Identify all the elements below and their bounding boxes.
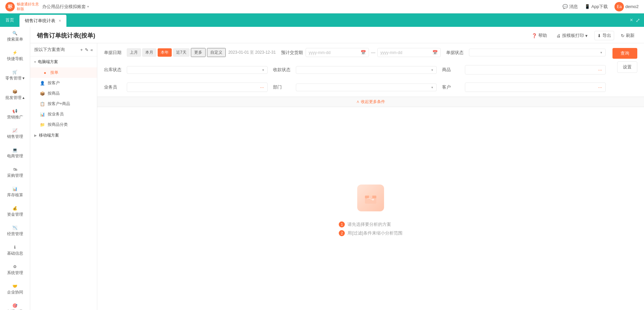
quick-nav-icon: ⚡ [12, 50, 17, 55]
filter-row-wrapper: 单据日期 上月 本月 本年 近7天 更多 自定义 [104, 48, 637, 92]
sub-sidebar-header: 按以下方案查询 + ✎ « [30, 43, 97, 56]
system-icon: ⚙ [13, 264, 17, 269]
sidebar-item-retail[interactable]: 🛒 零售管理 ▾ [0, 66, 30, 85]
customer-label: 客户 [442, 84, 462, 90]
cust-goods-icon: 📋 [40, 101, 45, 107]
date-btn-7days[interactable]: 近7天 [173, 48, 190, 57]
filter-expected-date: 预计交货期 yyyy-mm-dd 📅 — yyyy-mm-dd [281, 48, 441, 57]
refresh-button[interactable]: ↻ 刷新 [618, 31, 637, 40]
app-download-button[interactable]: 📱 App下载 [585, 4, 608, 10]
logo-area: 标 畅捷通好生意 标版 [5, 2, 39, 11]
goods-label: 商品 [442, 67, 462, 73]
sub-section-desktop-header[interactable]: ▾ 电脑端方案 [30, 56, 97, 67]
empty-state: 1 请先选择要分析的方案 2 用[过滤]条件来缩小分析范围 [97, 107, 644, 310]
tab-home[interactable]: 首页 [0, 17, 19, 23]
filter-row-1: 单据日期 上月 本月 本年 近7天 更多 自定义 [104, 48, 606, 57]
scheme-by-customer-goods[interactable]: 📋 按客户+商品 [30, 99, 97, 109]
sidebar-item-search[interactable]: 🔍 搜索菜单 [0, 27, 30, 46]
tab-close-icon[interactable]: × [59, 18, 61, 23]
main-layout: 🔍 搜索菜单 ⚡ 快捷导航 🛒 零售管理 ▾ 📦 批发管理 ▴ 📢 营销推广 📈… [0, 27, 644, 310]
add-scheme-button[interactable]: + [80, 47, 83, 52]
department-select[interactable]: ▾ [296, 84, 437, 91]
sidebar-item-basic[interactable]: ℹ 基础信息 [0, 241, 30, 260]
top-bar-right: 💬 消息 📱 App下载 Ea demo2 [562, 2, 639, 11]
sub-section-desktop: ▾ 电脑端方案 ● 按单 👤 按客户 📦 [30, 56, 97, 130]
sidebar-item-quick-nav[interactable]: ⚡ 快捷导航 [0, 46, 30, 66]
basic-icon: ℹ [14, 245, 16, 250]
collapse-sidebar-button[interactable]: « [91, 47, 93, 52]
scheme-by-salesperson[interactable]: 📊 按业务员 [30, 109, 97, 119]
sub-section-mobile-header[interactable]: ▶ 移动端方案 [30, 130, 97, 141]
scheme-label-order: 按单 [50, 70, 58, 75]
tip-text-1: 请先选择要分析的方案 [347, 221, 391, 227]
sidebar-item-purchase[interactable]: 🛍 采购管理 [0, 163, 30, 183]
refresh-icon: ↻ [621, 33, 625, 38]
svg-rect-2 [369, 196, 372, 198]
scheme-by-category[interactable]: 📁 按商品分类 [30, 119, 97, 130]
sidebar-label-basic: 基础信息 [7, 251, 23, 256]
sidebar-item-finance[interactable]: 💰 资金管理 [0, 202, 30, 221]
help-button[interactable]: ❓ 帮助 [529, 31, 550, 40]
sidebar-label-collab: 企业协同 [7, 290, 23, 295]
sidebar-label-sales: 销售管理 [7, 134, 23, 140]
scheme-by-order[interactable]: ● 按单 [30, 67, 97, 78]
help-icon: ❓ [532, 33, 537, 38]
sidebar-item-wholesale[interactable]: 📦 批发管理 ▴ [0, 85, 30, 105]
tip-num-1: 1 [339, 221, 345, 227]
biz-selector[interactable]: 办公用品行业模拟账套 ▾ [42, 4, 89, 10]
date-btn-this-month[interactable]: 本月 [142, 48, 156, 57]
goods-input[interactable]: ··· [465, 65, 606, 74]
window-close-icon[interactable]: × [630, 17, 633, 23]
collab-icon: 🤝 [12, 284, 17, 289]
sidebar-item-collab[interactable]: 🤝 企业协同 [0, 280, 30, 299]
filter-row-2: 出库状态 ▾ 收款状态 [104, 65, 606, 74]
settings-button[interactable]: 设置 [617, 61, 637, 73]
department-label: 部门 [273, 84, 293, 90]
date-end-placeholder: yyyy-mm-dd [380, 50, 402, 55]
date-btn-last-month[interactable]: 上月 [127, 48, 141, 57]
filter-department: 部门 ▾ [273, 84, 437, 91]
bill-status-label: 单据状态 [446, 50, 466, 56]
date-btn-more[interactable]: 更多 [191, 48, 206, 57]
sidebar-item-system[interactable]: ⚙ 系统管理 [0, 260, 30, 280]
edit-scheme-button[interactable]: ✎ [85, 47, 89, 52]
sidebar-item-sales[interactable]: 📈 销售管理 [0, 124, 30, 144]
sidebar-item-inventory[interactable]: 📊 库存核算 [0, 183, 30, 202]
user-menu[interactable]: Ea demo2 [614, 2, 639, 11]
customer-input[interactable]: ··· [465, 83, 606, 92]
sidebar-label-finance: 资金管理 [7, 212, 23, 217]
export-button[interactable]: ⬇ 导出 [594, 31, 614, 40]
sub-section-desktop-items: ● 按单 👤 按客户 📦 按商品 📋 按客 [30, 67, 97, 130]
sidebar-label-system: 系统管理 [7, 270, 23, 276]
page-header-actions: ❓ 帮助 🖨 按模板打印 ▾ ⬇ 导出 ↻ 刷新 [529, 31, 637, 40]
sidebar-item-ecom[interactable]: 💻 电商管理 [0, 144, 30, 163]
scheme-by-customer[interactable]: 👤 按客户 [30, 78, 97, 88]
tab-sales-stat[interactable]: 销售订单统计表 × [19, 15, 66, 27]
window-expand-icon[interactable]: ⤢ [636, 17, 640, 23]
ship-status-label: 出库状态 [104, 67, 124, 73]
payment-status-select[interactable]: ▾ [296, 66, 437, 74]
content-area: 销售订单统计表(按单) ❓ 帮助 🖨 按模板打印 ▾ ⬇ 导出 ↻ 刷新 [30, 27, 644, 310]
sidebar-item-ops[interactable]: 📉 经营管理 [0, 221, 30, 241]
box-svg [362, 190, 379, 206]
sidebar-item-marketing[interactable]: 📢 营销推广 [0, 105, 30, 124]
query-button[interactable]: 查询 [612, 48, 637, 59]
scheme-by-goods[interactable]: 📦 按商品 [30, 88, 97, 99]
scheme-label-salesperson: 按业务员 [48, 111, 64, 117]
ship-status-select[interactable]: ▾ [127, 66, 268, 74]
messages-button[interactable]: 💬 消息 [562, 4, 578, 10]
collapse-bar[interactable]: ∧ 收起更多条件 [97, 97, 644, 107]
date-range-display: 2023-01-01 至 2023-12-31 [228, 50, 276, 55]
salesperson-icon: 📊 [40, 112, 45, 117]
filter-salesperson: 业务员 ··· [104, 83, 268, 92]
sidebar-item-guide[interactable]: 🎯 新手引导 [0, 299, 30, 310]
salesperson-input[interactable]: ··· [127, 83, 268, 92]
date-btn-this-year[interactable]: 本年 [158, 48, 172, 57]
print-button[interactable]: 🖨 按模板打印 ▾ [554, 31, 590, 40]
salesperson-label: 业务员 [104, 84, 124, 90]
date-btn-custom[interactable]: 自定义 [207, 48, 226, 57]
expected-date-end[interactable]: yyyy-mm-dd 📅 [377, 48, 441, 57]
calendar-icon-start: 📅 [361, 50, 366, 55]
bill-status-select[interactable]: ▾ [469, 49, 606, 56]
expected-date-start[interactable]: yyyy-mm-dd 📅 [306, 48, 369, 57]
